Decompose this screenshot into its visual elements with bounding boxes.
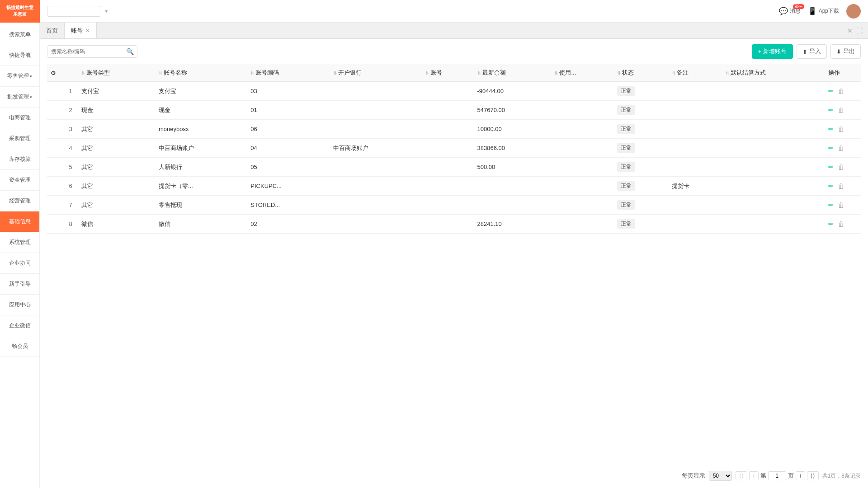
table-row: 5 其它 大新银行 05 500.00 正常 ✏ 🗑 [47, 158, 861, 177]
sidebar-item-company-wechat[interactable]: 企业微信 [0, 315, 39, 336]
sidebar-item-ops-mgmt[interactable]: 经营管理 [0, 191, 39, 211]
header-search-input[interactable] [47, 6, 101, 17]
row-default-settle [722, 82, 825, 101]
row-name: 中百商场账户 [155, 139, 247, 158]
last-page-button[interactable]: ⟩⟩ [807, 471, 819, 480]
row-status: 正常 [613, 120, 668, 139]
row-type: 支付宝 [78, 82, 155, 101]
add-account-button[interactable]: + 新增账号 [752, 44, 793, 59]
row-num: 4 [63, 139, 78, 158]
delete-button[interactable]: 🗑 [838, 125, 844, 133]
sidebar-item-new-guide[interactable]: 新手引导 [0, 274, 39, 295]
delete-button[interactable]: 🗑 [838, 87, 844, 95]
tab-home[interactable]: 首页 [40, 23, 65, 38]
row-balance: 10000.00 [474, 120, 551, 139]
export-icon: ⬇ [836, 48, 841, 55]
table-row: 3 其它 moneybosx 06 10000.00 正常 ✏ 🗑 [47, 120, 861, 139]
next-page-button[interactable]: ⟩ [796, 471, 805, 480]
col-type[interactable]: ⇅账号类型 [78, 64, 155, 82]
row-bank [330, 82, 421, 101]
accounts-table: ⚙ ⇅账号类型 ⇅账号名称 ⇅账号编码 ⇅开户银行 ⇅账号 ⇅最新余额 ⇅使用.… [47, 64, 861, 234]
sidebar-item-member[interactable]: 畅会员 [0, 336, 39, 357]
row-type: 其它 [78, 158, 155, 177]
export-button[interactable]: ⬇ 导出 [830, 44, 861, 59]
delete-button[interactable]: 🗑 [838, 144, 844, 152]
page-number-input[interactable] [768, 471, 786, 480]
sidebar-label-app-center: 应用中心 [9, 301, 31, 309]
edit-button[interactable]: ✏ [828, 201, 834, 209]
first-page-button[interactable]: ⟨⟨ [736, 471, 747, 480]
edit-button[interactable]: ✏ [828, 144, 834, 152]
edit-button[interactable]: ✏ [828, 182, 834, 190]
row-remark [668, 158, 722, 177]
row-type: 其它 [78, 196, 155, 215]
search-input[interactable] [47, 46, 123, 57]
row-bank [330, 120, 421, 139]
sidebar-item-basic-info[interactable]: 基础信息 [0, 211, 39, 232]
import-button[interactable]: ⬆ 导入 [797, 44, 827, 59]
col-balance[interactable]: ⇅最新余额 [474, 64, 551, 82]
sidebar-item-ecommerce-mgmt[interactable]: 电商管理 [0, 108, 39, 128]
row-status: 正常 [613, 139, 668, 158]
sidebar-item-app-center[interactable]: 应用中心 [0, 295, 39, 315]
delete-button[interactable]: 🗑 [838, 201, 844, 209]
sidebar-item-wholesale-mgmt[interactable]: 批发管理 ▾ [0, 87, 39, 108]
sidebar-item-retail-mgmt[interactable]: 零售管理 ▾ [0, 66, 39, 87]
row-num: 1 [63, 82, 78, 101]
col-status[interactable]: ⇅状态 [613, 64, 668, 82]
col-remark[interactable]: ⇅备注 [668, 64, 722, 82]
edit-button[interactable]: ✏ [828, 125, 834, 133]
sidebar-item-inventory[interactable]: 库存核算 [0, 149, 39, 170]
col-code[interactable]: ⇅账号编码 [247, 64, 330, 82]
col-account[interactable]: ⇅账号 [422, 64, 474, 82]
col-usage[interactable]: ⇅使用... [551, 64, 613, 82]
sidebar-item-company-agreement[interactable]: 企业协同 [0, 253, 39, 274]
row-actions: ✏ 🗑 [825, 177, 861, 196]
delete-button[interactable]: 🗑 [838, 182, 844, 190]
maximize-icon[interactable]: ⛶ [856, 27, 863, 34]
delete-button[interactable]: 🗑 [838, 106, 844, 114]
delete-button[interactable]: 🗑 [838, 220, 844, 228]
row-bank [330, 177, 421, 196]
top-header: ▾ 💬 消息 99+ 📱 App下载 [40, 0, 868, 23]
delete-button[interactable]: 🗑 [838, 163, 844, 171]
sidebar-logo: 畅捷通时生意 乐意版 [0, 0, 40, 23]
row-actions: ✏ 🗑 [825, 120, 861, 139]
sidebar-label-new-guide: 新手引导 [9, 280, 31, 288]
search-button[interactable]: 🔍 [123, 48, 137, 55]
col-default-settle[interactable]: ⇅默认结算方式 [722, 64, 825, 82]
row-num: 8 [63, 215, 78, 234]
close-icon[interactable]: ✕ [847, 27, 853, 34]
sidebar-item-system-mgmt[interactable]: 系统管理 [0, 232, 39, 253]
sidebar-item-search-menu[interactable]: 搜索菜单 [0, 24, 39, 45]
sidebar-item-capital-mgmt[interactable]: 资金管理 [0, 170, 39, 191]
prev-page-button[interactable]: ⟨ [749, 471, 759, 480]
row-bank [330, 215, 421, 234]
sidebar-navigation: 搜索菜单 快捷导航 零售管理 ▾ 批发管理 ▾ 电商管理 采购管理 库存核算 资 [0, 24, 39, 357]
row-status: 正常 [613, 101, 668, 120]
edit-button[interactable]: ✏ [828, 106, 834, 114]
sidebar-item-quick-nav[interactable]: 快捷导航 [0, 45, 39, 66]
tab-close-icon[interactable]: ✕ [85, 28, 90, 34]
row-usage [551, 139, 613, 158]
col-bank[interactable]: ⇅开户银行 [330, 64, 421, 82]
user-avatar[interactable] [846, 4, 861, 19]
edit-button[interactable]: ✏ [828, 87, 834, 95]
table-row: 1 支付宝 支付宝 03 -90444.00 正常 ✏ 🗑 [47, 82, 861, 101]
notification-button[interactable]: 💬 消息 99+ [779, 7, 801, 15]
row-bank [330, 196, 421, 215]
row-actions: ✏ 🗑 [825, 215, 861, 234]
table-row: 6 其它 提货卡（零... PICKUPC... 正常 提货卡 ✏ 🗑 [47, 177, 861, 196]
sidebar-item-purchase-mgmt[interactable]: 采购管理 [0, 128, 39, 149]
edit-button[interactable]: ✏ [828, 220, 834, 228]
app-download-button[interactable]: 📱 App下载 [808, 7, 839, 15]
row-actions: ✏ 🗑 [825, 101, 861, 120]
col-settings[interactable]: ⚙ [47, 64, 63, 82]
tab-accounts[interactable]: 账号 ✕ [65, 23, 97, 38]
col-name[interactable]: ⇅账号名称 [155, 64, 247, 82]
edit-button[interactable]: ✏ [828, 163, 834, 171]
per-page-select[interactable]: 50 100 [709, 471, 732, 481]
chevron-down-icon: ▾ [30, 74, 32, 79]
row-settings-cell [47, 120, 63, 139]
row-status: 正常 [613, 177, 668, 196]
